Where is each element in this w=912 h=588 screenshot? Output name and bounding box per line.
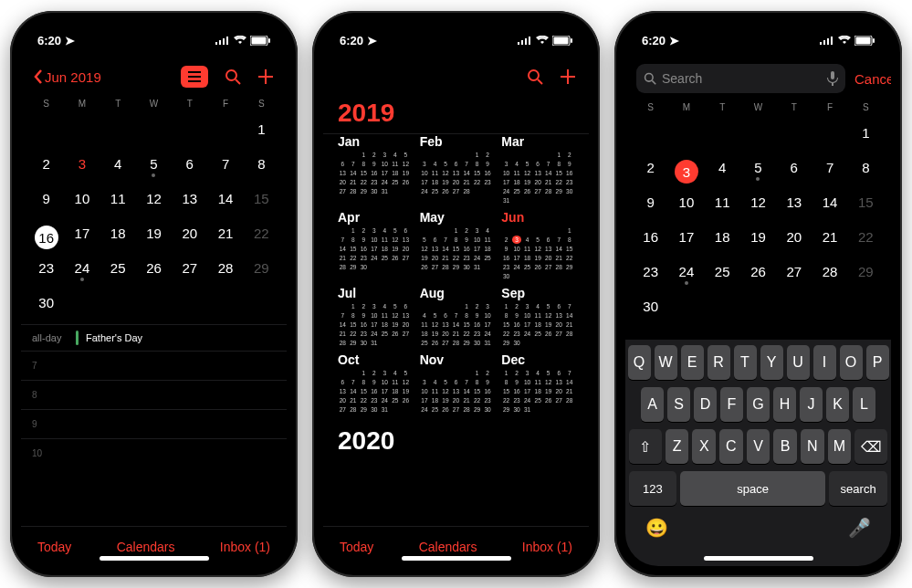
day-cell[interactable]: 2 — [28, 151, 64, 185]
month-grid[interactable]: 1234567891011121314151617181920212223242… — [625, 120, 891, 328]
day-cell[interactable]: 17 — [64, 220, 100, 255]
day-cell[interactable]: 8 — [848, 154, 884, 189]
day-cell[interactable]: 20 — [172, 220, 207, 255]
day-cell[interactable]: 21 — [812, 224, 847, 258]
search-key[interactable]: search — [829, 471, 887, 506]
day-cell[interactable]: 8 — [244, 151, 279, 185]
day-cell[interactable]: 22 — [848, 224, 884, 258]
day-cell[interactable]: 28 — [812, 258, 847, 293]
calendars-button[interactable]: Calendars — [117, 540, 175, 554]
hour-row[interactable]: 9 — [21, 409, 287, 438]
key-i[interactable]: I — [813, 345, 836, 380]
key-f[interactable]: F — [720, 387, 743, 422]
key-e[interactable]: E — [681, 345, 704, 380]
inbox-button[interactable]: Inbox (1) — [522, 540, 572, 554]
mini-month[interactable]: Jul1234567891011121314151617181920212223… — [338, 286, 411, 347]
space-key[interactable]: space — [680, 471, 825, 506]
mini-month[interactable]: Dec1234567891011121314151617181920212223… — [501, 352, 574, 414]
key-m[interactable]: M — [828, 429, 852, 464]
backspace-key[interactable]: ⌫ — [854, 429, 887, 464]
day-cell[interactable]: 27 — [776, 258, 812, 293]
day-cell[interactable]: 13 — [776, 189, 812, 224]
key-l[interactable]: L — [853, 387, 875, 422]
home-indicator[interactable] — [402, 556, 511, 561]
day-cell[interactable]: 5 — [740, 154, 776, 189]
day-cell[interactable]: 12 — [740, 189, 776, 224]
day-cell[interactable]: 15 — [848, 189, 884, 224]
day-cell[interactable]: 26 — [136, 255, 172, 289]
mini-month[interactable]: Aug1234567891011121314151617181920212223… — [420, 286, 493, 347]
day-cell[interactable]: 10 — [668, 189, 704, 224]
day-cell[interactable]: 9 — [633, 189, 668, 224]
hour-row[interactable]: 10 — [21, 438, 287, 467]
key-x[interactable]: X — [692, 429, 716, 464]
day-cell[interactable]: 10 — [64, 185, 100, 220]
day-cell[interactable]: 26 — [740, 258, 776, 293]
add-button[interactable] — [560, 68, 576, 85]
day-cell[interactable]: 23 — [28, 255, 64, 289]
day-cell[interactable]: 17 — [668, 224, 704, 258]
day-cell[interactable]: 24 — [64, 255, 100, 289]
key-h[interactable]: H — [773, 387, 796, 422]
day-cell[interactable]: 30 — [633, 293, 668, 328]
mini-month[interactable]: Oct1234567891011121314151617181920212223… — [338, 352, 411, 414]
day-cell[interactable]: 4 — [100, 151, 136, 185]
emoji-button[interactable]: 😀 — [645, 517, 668, 539]
key-y[interactable]: Y — [760, 345, 783, 380]
search-button[interactable] — [225, 68, 241, 85]
numbers-key[interactable]: 123 — [629, 471, 676, 506]
key-d[interactable]: D — [694, 387, 717, 422]
key-s[interactable]: S — [667, 387, 690, 422]
day-cell[interactable]: 7 — [812, 154, 847, 189]
key-g[interactable]: G — [747, 387, 770, 422]
day-cell[interactable]: 27 — [172, 255, 207, 289]
hour-row[interactable]: 7 — [21, 351, 287, 380]
next-year-title[interactable]: 2020 — [323, 419, 589, 461]
home-indicator[interactable] — [704, 556, 813, 561]
day-cell[interactable]: 15 — [244, 185, 279, 220]
back-button[interactable]: Jun 2019 — [34, 69, 101, 85]
day-cell[interactable]: 18 — [705, 224, 740, 258]
day-cell[interactable]: 14 — [207, 185, 243, 220]
hour-row[interactable]: 8 — [21, 380, 287, 409]
day-cell[interactable]: 19 — [136, 220, 172, 255]
day-cell[interactable]: 11 — [705, 189, 740, 224]
search-field[interactable] — [636, 64, 845, 93]
day-cell[interactable]: 3 — [64, 151, 100, 185]
mini-month[interactable]: Sep1234567891011121314151617181920212223… — [501, 286, 574, 347]
day-cell[interactable]: 14 — [812, 189, 847, 224]
day-cell[interactable]: 3 — [668, 154, 704, 189]
day-cell[interactable]: 20 — [776, 224, 812, 258]
day-cell[interactable]: 18 — [100, 220, 136, 255]
search-button[interactable] — [527, 68, 543, 85]
inbox-button[interactable]: Inbox (1) — [220, 540, 270, 554]
key-w[interactable]: W — [655, 345, 677, 380]
home-indicator[interactable] — [100, 556, 209, 561]
day-cell[interactable]: 6 — [776, 154, 812, 189]
add-button[interactable] — [257, 68, 274, 85]
today-button[interactable]: Today — [340, 540, 373, 554]
mini-month[interactable]: Nov1234567891011121314151617181920212223… — [420, 352, 493, 414]
month-grid[interactable]: 1234567891011121314151617181920212223242… — [21, 116, 287, 324]
key-q[interactable]: Q — [628, 345, 651, 380]
key-o[interactable]: O — [840, 345, 863, 380]
day-cell[interactable]: 12 — [136, 185, 172, 220]
year-title[interactable]: 2019 — [323, 95, 589, 133]
today-button[interactable]: Today — [37, 540, 71, 554]
key-c[interactable]: C — [719, 429, 743, 464]
day-cell[interactable]: 13 — [172, 185, 207, 220]
key-j[interactable]: J — [800, 387, 823, 422]
key-k[interactable]: K — [826, 387, 849, 422]
cancel-button[interactable]: Cancel — [854, 71, 891, 87]
day-cell[interactable]: 7 — [207, 151, 243, 185]
shift-key[interactable]: ⇧ — [629, 429, 662, 464]
day-cell[interactable]: 19 — [740, 224, 776, 258]
search-input[interactable] — [662, 71, 822, 86]
mini-month[interactable]: Jun1234567891011121314151617181920212223… — [501, 210, 574, 280]
day-cell[interactable]: 24 — [668, 258, 704, 293]
day-cell[interactable]: 29 — [244, 255, 279, 289]
mini-month[interactable]: Feb1234567891011121314151617181920212223… — [420, 134, 493, 205]
list-view-toggle[interactable] — [181, 66, 208, 88]
day-cell[interactable]: 22 — [244, 220, 279, 255]
day-cell[interactable]: 11 — [100, 185, 136, 220]
